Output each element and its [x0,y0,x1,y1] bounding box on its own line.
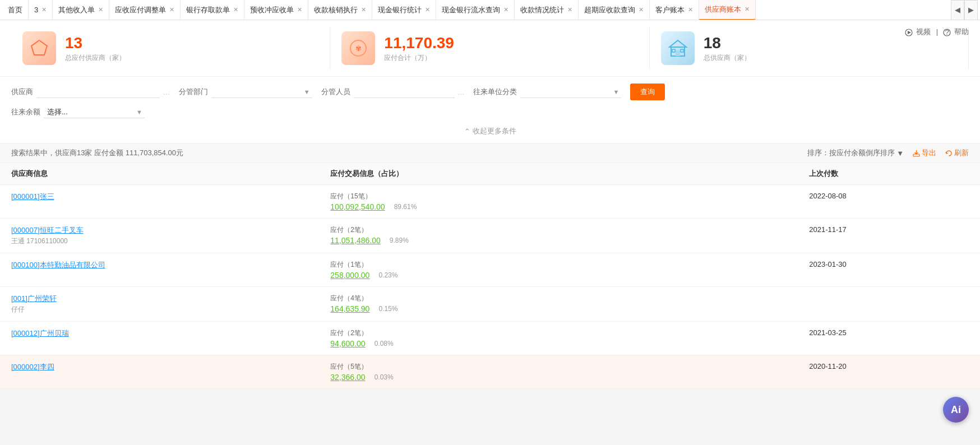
svg-text:✾: ✾ [355,44,362,53]
supplier-input[interactable] [36,86,160,98]
balance-label: 往来余额 [11,107,40,117]
svg-marker-10 [908,31,911,34]
supplier-info-000012: [000012]广州贝瑞 [11,328,330,339]
trans-row-000012: 94,600.00 0.08% [330,339,809,348]
person-input[interactable] [354,86,455,98]
nav-tab-home[interactable]: 首页 [2,0,29,20]
top-right-links: 视频 | ? 帮助 [905,27,969,37]
nav-tab-3-close[interactable]: ✕ [41,6,47,13]
supplier-dots[interactable]: ... [163,87,170,96]
nav-tab-other-income[interactable]: 其他收入单 ✕ [53,0,109,20]
nav-tab-collect-stat[interactable]: 收款情况统计 ✕ [515,0,579,20]
nav-left-arrow[interactable]: ◀ [951,0,964,20]
supplier-link-000100[interactable]: [000100]本特勤油品有限公司 [11,260,330,270]
dept-dropdown[interactable]: ▼ [211,86,312,98]
filter-unit-type: 往来单位分类 ▼ [473,86,621,98]
sort-chevron-icon: ▼ [896,149,904,157]
trans-amount-000001[interactable]: 100,092,540.00 [330,202,385,211]
export-button[interactable]: 导出 [913,148,936,158]
nav-right-arrow[interactable]: ▶ [964,0,978,20]
unit-type-select[interactable] [520,86,621,98]
video-link[interactable]: 视频 [905,27,932,36]
nav-tab-supplier-account-close[interactable]: ✕ [745,6,750,13]
table-row: [000012]广州贝瑞 应付（2笔） 94,600.00 0.08% 2021… [0,322,980,355]
transaction-info-000100: 应付（1笔） 258,000.00 0.23% [330,260,809,280]
dept-label: 分管部门 [179,87,208,97]
trans-amount-000012[interactable]: 94,600.00 [330,339,365,348]
supplier-contact-000007: 王通 17106110000 [11,237,330,246]
nav-tab-other-income-label: 其他收入单 [58,5,95,15]
trans-amount-000007[interactable]: 11,051,486.00 [330,236,381,245]
grain-icon: ✾ [341,31,375,65]
unit-type-dropdown[interactable]: ▼ [520,86,621,98]
summary-card-ap-amount: ✾ 11,170.39 应付合计（万） [330,27,649,69]
total-suppliers-value: 18 [704,34,751,53]
ap-amount-value: 11,170.39 [384,34,454,53]
nav-tab-supplier-account-label: 供应商账本 [705,4,741,15]
trans-amount-000002[interactable]: 32,366.00 [330,373,365,382]
refresh-button[interactable]: 刷新 [945,148,969,158]
supplier-link-000001[interactable]: [000001]张三 [11,192,330,202]
trans-amount-000100[interactable]: 258,000.00 [330,271,369,280]
nav-tab-other-income-close[interactable]: ✕ [98,6,103,13]
nav-tab-prepay-collect-close[interactable]: ✕ [297,6,302,13]
filter-person: 分管人员 ... [321,86,465,98]
nav-tab-cash-bank-stat[interactable]: 现金银行统计 ✕ [372,0,436,20]
collapse-up-icon: ⌃ [464,127,470,136]
query-button[interactable]: 查询 [630,84,665,100]
nav-tab-prepay-collect[interactable]: 预收冲应收单 ✕ [244,0,308,20]
nav-tab-overdue-query-close[interactable]: ✕ [639,6,644,13]
nav-tab-customer-account-close[interactable]: ✕ [688,6,693,13]
nav-tab-collect-stat-close[interactable]: ✕ [567,6,572,13]
trans-amount-001[interactable]: 164,635.90 [330,304,369,313]
transaction-info-000001: 应付（15笔） 100,092,540.00 89.61% [330,192,809,211]
supplier-link-000002[interactable]: [000002]李四 [11,362,330,372]
dept-select[interactable] [211,86,312,98]
supplier-link-000007[interactable]: [000007]恒旺二手叉车 [11,225,330,235]
results-bar: 搜索结果中，供应商13家 应付金额 111,703,854.00元 排序：按应付… [0,143,980,163]
nav-tab-supplier-account[interactable]: 供应商账本 ✕ [699,0,756,20]
filter-balance: 往来余额 选择... ▼ [11,106,145,118]
nav-tab-ap-adjust-label: 应收应付调整单 [115,5,166,15]
nav-tab-bank-deposit[interactable]: 银行存取款单 ✕ [181,0,244,20]
results-actions: 排序：按应付余额倒序排序 ▼ 导出 刷新 [807,148,969,158]
summary-bar: 13 总应付供应商（家） ✾ 11,170.39 应付合计（万） 1 [0,20,980,77]
nav-tab-ap-adjust-close[interactable]: ✕ [169,6,174,13]
supplier-link-001[interactable]: [001]广州荣轩 [11,294,330,304]
table-row: [000007]恒旺二手叉车 王通 17106110000 应付（2笔） 11,… [0,219,980,253]
summary-ap-amount-text: 11,170.39 应付合计（万） [384,34,454,63]
collapse-label: 收起更多条件 [473,126,516,136]
help-link[interactable]: ? 帮助 [943,27,969,36]
table-row: [000002]李四 应付（5笔） 32,366.00 0.03% 2020-1… [0,355,980,389]
nav-tab-ap-adjust[interactable]: 应收应付调整单 ✕ [109,0,181,20]
nav-tab-cash-bank-stat-close[interactable]: ✕ [425,6,430,13]
trans-row-001: 164,635.90 0.15% [330,304,809,313]
nav-tab-cash-bank-flow-close[interactable]: ✕ [503,6,509,13]
nav-tab-prepay-collect-label: 预收冲应收单 [250,5,294,15]
balance-select[interactable]: 选择... [44,106,145,118]
ap-suppliers-value: 13 [65,34,126,53]
svg-rect-6 [676,50,680,56]
person-dots[interactable]: ... [458,87,465,96]
collapse-button[interactable]: ⌃ 收起更多条件 [11,124,969,138]
svg-text:?: ? [945,29,949,36]
nav-tab-overdue-query[interactable]: 超期应收款查询 ✕ [579,0,650,20]
nav-tab-collect-verify[interactable]: 收款核销执行 ✕ [308,0,372,20]
nav-tab-bank-deposit-close[interactable]: ✕ [233,6,238,13]
col-header-last-pay: 上次付数 [809,169,969,179]
trans-label-000002: 应付（5笔） [330,362,809,372]
main-table: 供应商信息 应付交易信息（占比） 上次付数 [000001]张三 应付（15笔）… [0,163,980,389]
balance-dropdown[interactable]: 选择... ▼ [44,106,145,118]
trans-label-000007: 应付（2笔） [330,225,809,235]
last-pay-000012: 2021-03-25 [809,328,969,337]
nav-tab-customer-account[interactable]: 客户账本 ✕ [650,0,699,20]
nav-tab-overdue-query-label: 超期应收款查询 [584,5,635,15]
nav-tab-bank-deposit-label: 银行存取款单 [186,5,230,15]
sort-label[interactable]: 排序：按应付余额倒序排序 ▼ [807,148,904,158]
supplier-link-000012[interactable]: [000012]广州贝瑞 [11,328,330,339]
nav-tab-cash-bank-flow[interactable]: 现金银行流水查询 ✕ [436,0,515,20]
transaction-info-000007: 应付（2笔） 11,051,486.00 9.89% [330,225,809,245]
nav-tab-3[interactable]: 3 ✕ [29,0,53,20]
nav-tab-collect-verify-close[interactable]: ✕ [361,6,366,13]
last-pay-000002: 2020-11-20 [809,362,969,370]
